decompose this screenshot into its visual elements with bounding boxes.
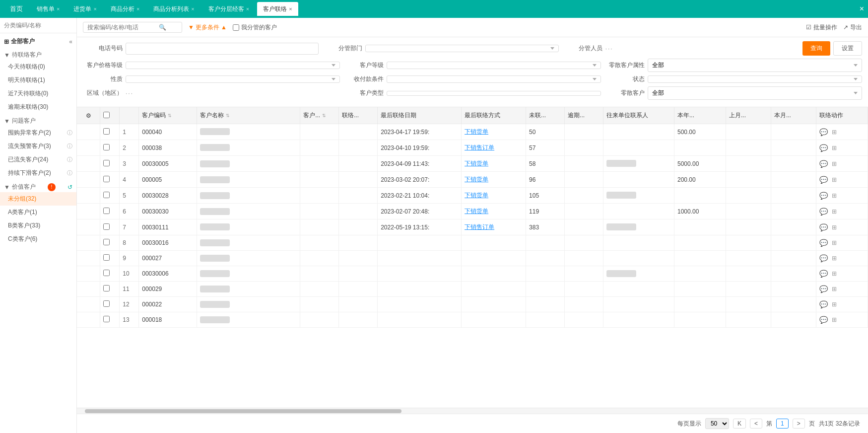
row-last-method[interactable] [462,251,526,266]
col-overdue[interactable]: 逾期... [565,107,603,124]
row-last-method[interactable] [462,312,526,328]
sidebar-item-ungrouped[interactable]: 未分组(32) [0,192,76,206]
horizontal-scrollbar[interactable] [77,408,868,414]
sidebar-item-declining[interactable]: 持续下滑客户(2) ⓘ [0,166,76,180]
grid-action-icon[interactable]: ⊞ [832,129,837,136]
chat-icon[interactable]: 💬 [819,270,828,278]
sidebar-item-overdue[interactable]: 逾期未联络(30) [0,100,76,114]
nav-item-customer-seg[interactable]: 客户分层经客 × [202,2,255,16]
row-checkbox[interactable] [103,176,110,182]
batch-op-btn[interactable]: ☑ 批量操作 [806,23,837,32]
row-checkbox[interactable] [103,128,110,135]
col-last-date[interactable]: 最后联络日期 [378,107,462,124]
filter-search-box[interactable]: 🔍 [83,22,182,33]
chat-icon[interactable]: 💬 [819,285,828,293]
nav-item-analysis[interactable]: 商品分析 × [105,2,145,16]
grid-action-icon[interactable]: ⊞ [832,239,837,246]
close-icon-customer-contact[interactable]: × [289,6,292,12]
grid-action-icon[interactable]: ⊞ [832,224,837,231]
row-last-method[interactable] [462,235,526,251]
row-checkbox[interactable] [103,285,110,291]
row-checkbox[interactable] [103,144,110,150]
sidebar-item-abnormal[interactable]: 囤购异常客户(2) ⓘ [0,126,76,140]
last-method-link[interactable]: 下销货单 [465,160,488,167]
row-last-method[interactable]: 下销货单 [462,188,526,204]
col-no-contact[interactable]: 未联... [526,107,565,124]
chat-icon[interactable]: 💬 [819,223,828,231]
row-last-method[interactable]: 下销货单 [462,124,526,140]
query-button[interactable]: 查询 [802,41,830,56]
row-last-method[interactable]: 下销货单 [462,156,526,172]
row-checkbox[interactable] [103,239,110,245]
grid-action-icon[interactable]: ⊞ [832,316,837,323]
chat-icon[interactable]: 💬 [819,239,828,247]
chat-icon[interactable]: 💬 [819,176,828,184]
per-page-select[interactable]: 50 [705,418,729,429]
row-checkbox-cell[interactable] [100,251,120,266]
grid-action-icon[interactable]: ⊞ [832,208,837,215]
all-customers-header[interactable]: ⊞ 全部客户 « [0,33,76,48]
grid-action-icon[interactable]: ⊞ [832,160,837,167]
col-type[interactable]: 客户... ⇅ [300,107,339,124]
col-last-method[interactable]: 最后联络方式 [462,107,526,124]
row-last-method[interactable]: 下销售订单 [462,219,526,235]
row-checkbox-cell[interactable] [100,140,120,156]
row-checkbox[interactable] [103,223,110,230]
row-checkbox-cell[interactable] [100,235,120,251]
row-checkbox-cell[interactable] [100,312,120,328]
last-method-link[interactable]: 下销售订单 [465,223,494,230]
row-checkbox[interactable] [103,300,110,307]
row-checkbox-cell[interactable] [100,156,120,172]
filter-select-price-level[interactable] [126,62,340,69]
row-checkbox-cell[interactable] [100,172,120,188]
sidebar-search-input[interactable] [4,22,77,29]
prev-page-btn[interactable]: < [750,419,762,429]
col-contact[interactable]: 联络... [339,107,378,124]
filter-select-customer-type[interactable] [387,91,601,96]
close-icon-analysis-list[interactable]: × [191,6,194,12]
nav-item-sales[interactable]: 销售单 × [31,2,66,16]
next-page-btn[interactable]: > [793,419,805,429]
sidebar-item-7days[interactable]: 近7天待联络(0) [0,87,76,100]
chat-icon[interactable]: 💬 [819,254,828,262]
row-checkbox[interactable] [103,192,110,198]
close-all-button[interactable]: × [860,4,864,13]
grid-action-icon[interactable]: ⊞ [832,301,837,308]
last-method-link[interactable]: 下销货单 [465,176,488,183]
grid-action-icon[interactable]: ⊞ [832,176,837,183]
filter-select-retail-attr[interactable]: 全部 [648,59,862,72]
filter-select-status[interactable] [648,75,862,83]
reset-button[interactable]: 设置 [833,41,862,56]
sidebar-item-tomorrow[interactable]: 明天待联络(1) [0,73,76,87]
nav-item-customer-contact[interactable]: 客户联络 × [257,2,298,16]
chat-icon[interactable]: 💬 [819,316,828,324]
row-last-method[interactable] [462,282,526,297]
close-icon-customer-seg[interactable]: × [246,6,249,12]
last-method-link[interactable]: 下销货单 [465,208,488,215]
row-checkbox-cell[interactable] [100,266,120,282]
col-last-month[interactable]: 上月... [726,107,771,124]
export-btn[interactable]: ↗ 导出 [843,23,862,32]
chat-icon[interactable]: 💬 [819,128,828,136]
row-checkbox[interactable] [103,160,110,166]
last-method-link[interactable]: 下销售订单 [465,144,494,151]
sidebar-item-c-class[interactable]: C类客户(6) [0,232,76,246]
sidebar-item-a-class[interactable]: A类客户(1) [0,206,76,219]
row-checkbox-cell[interactable] [100,204,120,219]
filter-input-phone[interactable] [126,43,319,55]
filter-select-level[interactable] [387,62,601,69]
grid-action-icon[interactable]: ⊞ [832,286,837,292]
grid-action-icon[interactable]: ⊞ [832,255,837,262]
row-checkbox-cell[interactable] [100,124,120,140]
col-code[interactable]: 客户编码 ⇅ [139,107,197,124]
col-checkbox[interactable] [100,107,120,124]
row-last-method[interactable]: 下销售订单 [462,140,526,156]
dots-icon[interactable]: ··· [605,45,613,52]
chat-icon[interactable]: 💬 [819,300,828,308]
more-filters-btn[interactable]: ▼ 更多条件 ▲ [188,23,227,32]
row-last-method[interactable] [462,266,526,282]
filter-select-payment[interactable] [387,75,601,83]
sidebar-item-b-class[interactable]: B类客户(33) [0,219,76,232]
close-icon-analysis[interactable]: × [136,6,139,12]
col-this-month[interactable]: 本月... [771,107,816,124]
